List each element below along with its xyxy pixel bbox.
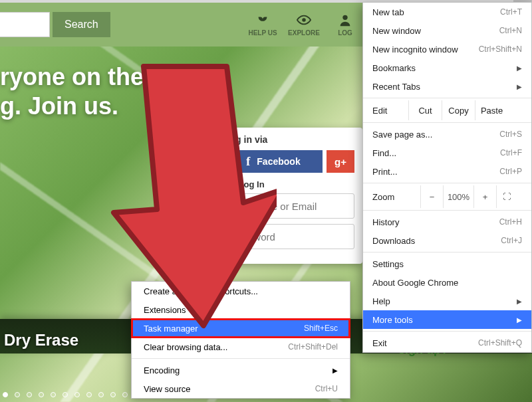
nav-explore[interactable]: EXPLORE <box>283 13 325 37</box>
carousel-dot[interactable] <box>110 392 116 397</box>
facebook-label: Facebook <box>257 156 300 167</box>
hero-line1: ryone on the planet <box>0 63 221 91</box>
hero-text: ryone on the planet g. Join us. <box>0 63 221 120</box>
menu-item-print[interactable]: Print...Ctrl+P <box>363 162 531 181</box>
eye-icon <box>297 13 311 27</box>
site-topbar: Search HELP US EXPLORE LOG <box>0 0 366 47</box>
nav-label: HELP US <box>248 29 277 37</box>
menu-item-new-incognito-window[interactable]: New incognito windowCtrl+Shift+N <box>363 40 531 58</box>
nav-help-us[interactable]: HELP US <box>242 13 283 37</box>
submenu-item-label: Create application shortcuts... <box>144 286 258 296</box>
more-tools-submenu: Create application shortcuts...Extension… <box>131 281 350 399</box>
menu-item-shortcut: Ctrl+Shift+N <box>479 45 522 54</box>
carousel-dot[interactable] <box>3 392 8 397</box>
password-field[interactable] <box>224 224 354 249</box>
submenu-item-view-source[interactable]: View sourceCtrl+U <box>132 379 350 398</box>
menu-item-label: Exit <box>372 338 387 348</box>
submenu-item-label: View source <box>144 384 191 394</box>
svg-point-0 <box>302 18 306 22</box>
menu-edit-row: EditCutCopyPaste <box>363 100 531 120</box>
carousel-dot[interactable] <box>63 392 68 397</box>
menu-zoom-row: Zoom−100%+⛶ <box>363 185 531 208</box>
hero-line2: g. Join us. <box>0 92 221 120</box>
menu-item-label: New incognito window <box>372 45 458 54</box>
menu-item-new-tab[interactable]: New tabCtrl+T <box>363 3 531 21</box>
google-plus-button[interactable]: g+ <box>327 150 354 173</box>
carousel-dot[interactable] <box>74 392 80 397</box>
menu-item-about-google-chrome[interactable]: About Google Chrome <box>363 273 531 292</box>
menu-item-history[interactable]: HistoryCtrl+H <box>363 213 531 231</box>
menu-item-label: Help <box>372 296 390 306</box>
fullscreen-button[interactable]: ⛶ <box>496 185 516 208</box>
menu-item-settings[interactable]: Settings <box>363 254 531 273</box>
svg-point-1 <box>342 15 347 20</box>
menu-item-shortcut: Ctrl+Shift+Q <box>478 338 522 348</box>
search-input[interactable] <box>0 12 50 37</box>
submenu-item-extensions[interactable]: Extensions <box>132 300 350 319</box>
menu-item-help[interactable]: Help▶ <box>363 292 531 310</box>
menu-item-shortcut: Ctrl+J <box>501 236 522 245</box>
search-button[interactable]: Search <box>53 12 110 37</box>
menu-item-bookmarks[interactable]: Bookmarks▶ <box>363 58 531 77</box>
paste-button[interactable]: Paste <box>475 100 508 120</box>
submenu-item-task-manager[interactable]: Task managerShift+Esc <box>132 319 350 338</box>
login-title: Log in via <box>224 134 354 145</box>
user-icon <box>338 13 352 27</box>
top-nav: HELP US EXPLORE LOG <box>242 13 366 37</box>
menu-item-label: Find... <box>372 148 396 158</box>
copy-button[interactable]: Copy <box>442 100 475 120</box>
menu-item-label: New tab <box>372 7 404 17</box>
zoom-label: Zoom <box>372 192 420 202</box>
chrome-menu: New tabCtrl+TNew windowCtrl+NNew incogni… <box>362 2 532 353</box>
menu-item-shortcut: Ctrl+N <box>499 26 522 35</box>
menu-item-shortcut: Ctrl+S <box>499 130 522 139</box>
menu-item-downloads[interactable]: DownloadsCtrl+J <box>363 231 531 250</box>
menu-item-more-tools[interactable]: More tools▶ <box>363 310 531 329</box>
submenu-item-encoding[interactable]: Encoding▶ <box>132 361 350 379</box>
menu-item-label: More tools <box>372 315 413 325</box>
carousel-dots <box>3 392 140 397</box>
seedling-icon <box>255 13 270 27</box>
carousel-dot[interactable] <box>27 392 32 397</box>
menu-item-shortcut: Ctrl+P <box>499 167 522 176</box>
submenu-item-create-application-shortcuts[interactable]: Create application shortcuts... <box>132 282 350 300</box>
carousel-dot[interactable] <box>98 392 104 397</box>
nav-login[interactable]: LOG <box>325 13 366 37</box>
submenu-item-shortcut: Shift+Esc <box>304 324 338 333</box>
menu-item-shortcut: Ctrl+F <box>500 148 522 157</box>
zoom-percent: 100% <box>443 185 473 208</box>
menu-item-shortcut: Ctrl+T <box>500 7 522 17</box>
cut-button[interactable]: Cut <box>408 100 442 120</box>
chevron-right-icon: ▶ <box>517 298 522 305</box>
menu-item-recent-tabs[interactable]: Recent Tabs▶ <box>363 77 531 96</box>
menu-item-new-window[interactable]: New windowCtrl+N <box>363 21 531 40</box>
carousel-dot[interactable] <box>51 392 56 397</box>
edit-label: Edit <box>372 106 408 116</box>
chevron-right-icon: ▶ <box>517 316 522 324</box>
zoom-in-button[interactable]: + <box>473 185 496 208</box>
menu-item-label: Settings <box>372 259 404 269</box>
username-field[interactable] <box>224 193 354 219</box>
zoom-out-button[interactable]: − <box>420 185 443 208</box>
carousel-dot[interactable] <box>122 392 128 397</box>
carousel-dot[interactable] <box>86 392 92 397</box>
menu-item-label: Recent Tabs <box>372 82 420 92</box>
nav-label: EXPLORE <box>288 29 320 37</box>
facebook-icon: f <box>246 155 250 169</box>
eraser-caption: Dry Erase <box>4 331 78 350</box>
menu-item-find[interactable]: Find...Ctrl+F <box>363 144 531 162</box>
chevron-right-icon: ▶ <box>517 64 522 72</box>
facebook-button[interactable]: fFacebook <box>224 150 323 173</box>
or-login-label: Or, Log In <box>224 179 354 189</box>
carousel-dot[interactable] <box>15 392 20 397</box>
menu-item-label: History <box>372 217 399 227</box>
menu-item-shortcut: Ctrl+H <box>499 217 522 227</box>
chevron-right-icon: ▶ <box>332 367 338 374</box>
menu-item-label: Print... <box>372 167 398 177</box>
submenu-item-clear-browsing-data[interactable]: Clear browsing data...Ctrl+Shift+Del <box>132 338 350 356</box>
chevron-right-icon: ▶ <box>517 83 522 90</box>
menu-item-label: New window <box>372 26 421 36</box>
menu-item-save-page-as[interactable]: Save page as...Ctrl+S <box>363 125 531 144</box>
carousel-dot[interactable] <box>39 392 44 397</box>
menu-item-exit[interactable]: ExitCtrl+Shift+Q <box>363 334 531 352</box>
